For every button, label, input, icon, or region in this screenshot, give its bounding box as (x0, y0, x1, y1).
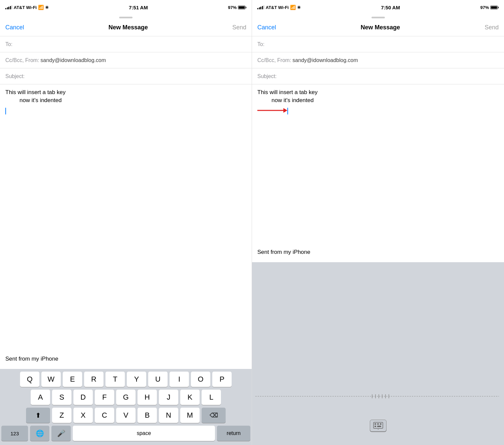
send-button-left[interactable]: Send (232, 24, 246, 31)
keyboard-row1-left: Q W E R T Y U I O P (1, 372, 250, 387)
key-shift[interactable]: ⬆ (26, 408, 50, 423)
svg-marker-1 (283, 108, 287, 113)
battery-icon-left (238, 6, 246, 9)
send-button-right[interactable]: Send (485, 24, 499, 31)
svg-rect-9 (373, 422, 383, 428)
drag-handle-left (119, 17, 133, 18)
subject-field-left[interactable]: Subject: (0, 68, 252, 84)
key-p[interactable]: P (212, 372, 232, 387)
right-battery-percent: 97% (480, 5, 489, 10)
key-a[interactable]: A (31, 390, 50, 405)
keyboard-left[interactable]: Q W E R T Y U I O P A S D F G H J K L ⬆ … (0, 369, 252, 445)
key-123[interactable]: 123 (1, 426, 28, 441)
body-text-right: This will insert a tab key now it's inde… (257, 88, 499, 104)
key-h[interactable]: H (138, 390, 157, 405)
to-label-right: To: (257, 41, 264, 47)
key-c[interactable]: C (95, 408, 114, 423)
keyboard-dismiss-icon (373, 422, 383, 430)
key-q[interactable]: Q (20, 372, 39, 387)
ccbcc-field-left[interactable]: Cc/Bcc, From: sandy@idownloadblog.com (0, 52, 252, 68)
right-brightness-icon: ✳ (297, 5, 301, 10)
key-g[interactable]: G (116, 390, 136, 405)
right-carrier-label: AT&T Wi-Fi (266, 5, 289, 10)
red-arrow-icon (257, 106, 287, 114)
left-status-bar: AT&T Wi-Fi 📶 ✳ 7:51 AM 97% (0, 0, 252, 15)
message-body-left[interactable]: This will insert a tab key now it's inde… (0, 84, 252, 369)
right-phone-panel: AT&T Wi-Fi 📶 ✳ 7:50 AM 97% Cancel New Me… (252, 0, 504, 445)
svg-rect-10 (374, 423, 376, 425)
key-z[interactable]: Z (52, 408, 71, 423)
key-r[interactable]: R (84, 372, 103, 387)
subject-label-right: Subject: (257, 73, 277, 79)
key-e[interactable]: E (63, 372, 82, 387)
key-l[interactable]: L (202, 390, 221, 405)
keyboard-hidden-area (252, 262, 504, 445)
key-space[interactable]: space (73, 426, 215, 441)
right-status-left: AT&T Wi-Fi 📶 ✳ (257, 5, 301, 10)
key-emoji[interactable]: 🌐 (30, 426, 49, 441)
wifi-icon: 📶 (38, 5, 44, 10)
key-d[interactable]: D (73, 390, 93, 405)
ccbcc-label-left: Cc/Bcc, From: (5, 57, 39, 63)
key-w[interactable]: W (41, 372, 61, 387)
ccbcc-label-right: Cc/Bcc, From: (257, 57, 291, 63)
key-y[interactable]: Y (127, 372, 146, 387)
key-backspace[interactable]: ⌫ (202, 408, 226, 423)
right-status-right: 97% (480, 5, 499, 10)
key-u[interactable]: U (148, 372, 168, 387)
drag-handle-right (371, 17, 385, 18)
message-body-right[interactable]: This will insert a tab key now it's inde… (252, 84, 504, 262)
right-signal-bars (257, 5, 264, 9)
key-j[interactable]: J (159, 390, 178, 405)
to-field-right[interactable]: To: (252, 36, 504, 52)
key-b[interactable]: B (138, 408, 157, 423)
key-s[interactable]: S (52, 390, 71, 405)
ccbcc-field-right[interactable]: Cc/Bcc, From: sandy@idownloadblog.com (252, 52, 504, 68)
keyboard-dismiss-button[interactable] (370, 420, 387, 432)
nav-title-left: New Message (108, 24, 148, 31)
key-return[interactable]: return (217, 426, 250, 441)
signal-bars-icon (5, 5, 12, 9)
key-x[interactable]: X (73, 408, 93, 423)
key-v[interactable]: V (116, 408, 136, 423)
key-mic[interactable]: 🎤 (51, 426, 71, 441)
key-n[interactable]: N (159, 408, 178, 423)
ccbcc-value-right: sandy@idownloadblog.com (292, 57, 358, 63)
ccbcc-value-left: sandy@idownloadblog.com (40, 57, 106, 63)
cancel-button-right[interactable]: Cancel (257, 24, 276, 31)
right-time: 7:50 AM (381, 5, 400, 10)
keyboard-row4-left: 123 🌐 🎤 space return (1, 426, 250, 441)
key-m[interactable]: M (180, 408, 200, 423)
battery-percent-left: 97% (228, 5, 237, 10)
key-i[interactable]: I (170, 372, 189, 387)
text-cursor-right (287, 108, 288, 114)
signature-right: Sent from my iPhone (257, 249, 499, 258)
left-status-left: AT&T Wi-Fi 📶 ✳ (5, 5, 49, 10)
right-nav-bar: Cancel New Message Send (252, 19, 504, 36)
left-phone-panel: AT&T Wi-Fi 📶 ✳ 7:51 AM 97% Cancel New Me… (0, 0, 252, 445)
signature-left: Sent from my iPhone (5, 356, 246, 365)
cancel-button-left[interactable]: Cancel (5, 24, 24, 31)
svg-rect-14 (377, 426, 381, 427)
key-f[interactable]: F (95, 390, 114, 405)
subject-label-left: Subject: (5, 73, 25, 79)
right-status-bar: AT&T Wi-Fi 📶 ✳ 7:50 AM 97% (252, 0, 504, 15)
svg-rect-13 (374, 426, 376, 427)
left-status-right: 97% (228, 5, 246, 10)
body-text-left: This will insert a tab key now it's inde… (5, 88, 246, 104)
svg-rect-11 (377, 423, 379, 425)
subject-field-right[interactable]: Subject: (252, 68, 504, 84)
keyboard-separator-line (255, 393, 499, 400)
right-wifi-icon: 📶 (290, 5, 296, 10)
key-o[interactable]: O (191, 372, 210, 387)
key-k[interactable]: K (180, 390, 200, 405)
keyboard-row3-left: ⬆ Z X C V B N M ⌫ (1, 408, 250, 423)
text-cursor-left (5, 108, 6, 114)
to-label-left: To: (5, 41, 12, 47)
left-nav-bar: Cancel New Message Send (0, 19, 252, 36)
carrier-label: AT&T Wi-Fi (14, 5, 37, 10)
keyboard-row2-left: A S D F G H J K L (1, 390, 250, 405)
brightness-icon: ✳ (45, 5, 49, 10)
key-t[interactable]: T (105, 372, 125, 387)
to-field-left[interactable]: To: (0, 36, 252, 52)
